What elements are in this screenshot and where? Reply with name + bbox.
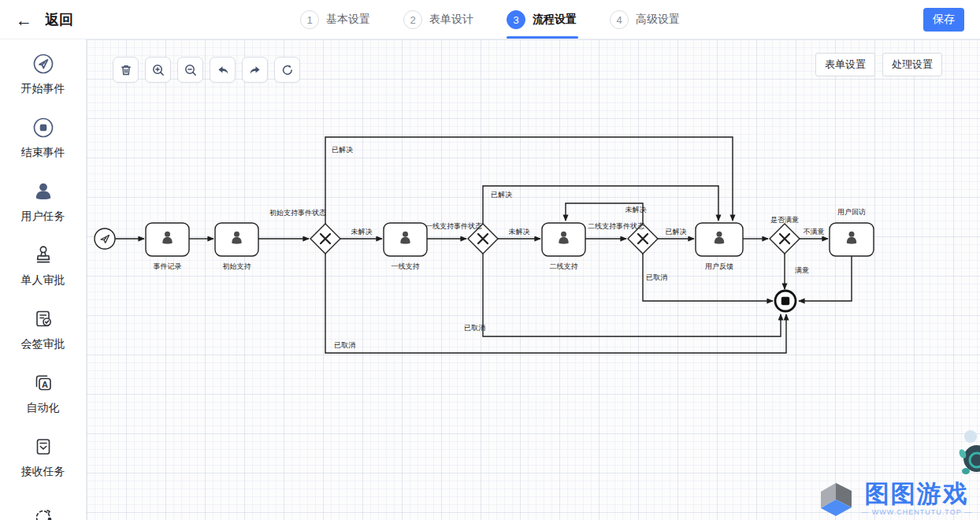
zoom-in-button[interactable]: [145, 57, 171, 83]
back-label[interactable]: 返回: [45, 10, 73, 29]
zoom-in-icon: [151, 63, 165, 77]
gateway-label: 一线支持事件状态: [425, 222, 482, 230]
step-number: 3: [507, 10, 525, 29]
palette-item-label: 结束事件: [21, 146, 65, 160]
user-task-icon: [31, 179, 56, 204]
flow-label: 已解决: [666, 228, 687, 236]
task-label: 用户反馈: [705, 262, 733, 270]
flow-label: 已取消: [334, 341, 355, 349]
node-task-line1-support[interactable]: 一线支持: [384, 223, 427, 270]
step-form-design[interactable]: 2 表单设计: [403, 0, 473, 39]
node-gateway-line1-status[interactable]: 一线支持事件状态: [425, 222, 498, 254]
canvas-toolbar: [113, 57, 300, 83]
step-number: 1: [300, 10, 319, 29]
node-task-initial-support[interactable]: 初始支持: [215, 223, 258, 270]
step-number: 4: [610, 10, 629, 29]
palette-item-label: 接收任务: [21, 465, 65, 479]
bpmn-diagram: 事件记录 初始支持 一线支持 二线支持 用户反馈 用户回访: [87, 39, 980, 520]
palette-item-receive-task[interactable]: 接收任务: [0, 434, 86, 498]
refresh-button[interactable]: [274, 57, 300, 83]
end-event-icon: [31, 115, 56, 140]
palette-item-label: 用户任务: [21, 210, 65, 224]
step-process-settings[interactable]: 3 流程设置: [507, 0, 577, 39]
task-label: 用户回访: [837, 208, 866, 216]
node-end-event[interactable]: [775, 291, 796, 311]
node-gateway-line2-status[interactable]: 二线支持事件状态: [588, 222, 658, 254]
node-task-user-feedback[interactable]: 用户反馈: [696, 223, 743, 270]
watermark-cube-logo: [815, 477, 856, 520]
flow-label: 已取消: [646, 273, 667, 281]
palette-item-label: 会签审批: [21, 337, 65, 351]
end-event-glyph: [781, 297, 789, 305]
flow-label: 未解决: [351, 228, 373, 236]
palette-item-sequence-flow[interactable]: [0, 498, 86, 520]
stamp-icon: [31, 243, 56, 268]
watermark-subtitle: — WWW.CHENTUTU.TOP —: [861, 508, 972, 516]
step-label: 基本设置: [326, 13, 370, 27]
process-canvas[interactable]: 表单设置 处理设置: [87, 39, 980, 520]
watermark: 图图游戏 — WWW.CHENTUTU.TOP —: [815, 477, 972, 520]
palette-item-label: 自动化: [27, 401, 60, 415]
form-settings-button[interactable]: 表单设置: [815, 53, 875, 76]
back-arrow-icon[interactable]: ←: [16, 12, 32, 28]
undo-icon: [216, 63, 230, 77]
palette-item-user-task[interactable]: 用户任务: [0, 179, 86, 243]
process-settings-button[interactable]: 处理设置: [882, 53, 942, 76]
svg-text:A: A: [42, 380, 48, 389]
flow-label: 不满意: [804, 228, 825, 236]
step-label: 流程设置: [533, 13, 577, 27]
palette-item-label: 单人审批: [21, 273, 65, 288]
step-label: 高级设置: [636, 13, 680, 27]
palette-item-automation[interactable]: A 自动化: [0, 370, 86, 434]
node-task-record[interactable]: 事件记录: [146, 223, 189, 270]
redo-icon: [248, 63, 262, 77]
gateway-label: 初始支持事件状态: [269, 209, 326, 217]
floating-assistant-widget[interactable]: [953, 429, 980, 477]
gateway-label: 是否满意: [770, 216, 799, 224]
element-palette: 开始事件 结束事件 用户任务 单人审批: [0, 39, 87, 520]
step-label: 表单设计: [429, 13, 473, 27]
flow-g1-resolved-loop: [325, 137, 733, 224]
delete-button[interactable]: [113, 57, 139, 83]
automation-icon: A: [31, 370, 56, 396]
node-gateway-initial-status[interactable]: 初始支持事件状态: [269, 209, 340, 254]
step-advanced-settings[interactable]: 4 高级设置: [610, 0, 680, 39]
flow-label: 未解决: [625, 206, 647, 214]
task-label: 二线支持: [550, 262, 578, 270]
palette-item-single-approval[interactable]: 单人审批: [0, 243, 86, 306]
countersign-approval-icon: [31, 306, 56, 332]
palette-item-end-event[interactable]: 结束事件: [0, 115, 86, 179]
palette-item-start-event[interactable]: 开始事件: [0, 51, 86, 115]
gateway-label: 二线支持事件状态: [588, 222, 644, 230]
flow-label: 已取消: [464, 324, 485, 332]
undo-button[interactable]: [210, 57, 236, 83]
node-gateway-satisfied[interactable]: 是否满意: [770, 216, 800, 254]
redo-button[interactable]: [242, 57, 268, 83]
task-label: 初始支持: [223, 262, 251, 270]
canvas-action-buttons: 表单设置 处理设置: [815, 53, 942, 76]
flow-label: 已解决: [491, 191, 512, 199]
flow-revisit-to-end: [799, 256, 852, 301]
flow-label: 未解决: [509, 228, 530, 236]
sequence-flow-icon: [31, 498, 56, 520]
zoom-out-icon: [184, 63, 198, 77]
watermark-title: 图图游戏: [865, 481, 969, 507]
save-button[interactable]: 保存: [923, 8, 964, 32]
node-start-event[interactable]: [95, 228, 115, 249]
node-task-line2-support[interactable]: 二线支持: [542, 223, 585, 270]
flow-g2-resolved-loop: [483, 186, 718, 224]
active-step-underline: [507, 36, 578, 39]
top-bar: ← 返回 1 基本设置 2 表单设计 3 流程设置 4 高级设置 保存: [0, 0, 980, 39]
task-label: 事件记录: [154, 262, 182, 270]
start-event-icon: [31, 51, 56, 76]
assistant-mascot-icon: [953, 429, 980, 477]
node-task-user-revisit[interactable]: 用户回访: [830, 208, 874, 256]
step-basic-settings[interactable]: 1 基本设置: [300, 0, 370, 39]
zoom-out-button[interactable]: [177, 57, 203, 83]
palette-item-countersign-approval[interactable]: 会签审批: [0, 306, 86, 370]
flow-label: 已解决: [332, 146, 353, 154]
receive-task-icon: [31, 434, 56, 459]
trash-icon: [119, 63, 133, 77]
back-button[interactable]: ← 返回: [16, 0, 73, 39]
flow-g2-cancelled: [483, 254, 781, 336]
